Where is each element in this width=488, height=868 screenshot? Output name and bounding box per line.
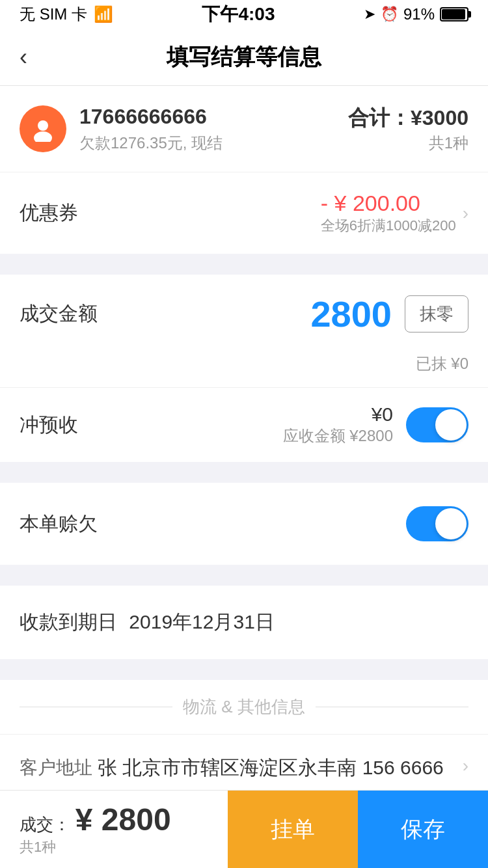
- status-right: ➤ ⏰ 91%: [364, 5, 468, 23]
- prepay-label: 冲预收: [20, 412, 78, 439]
- back-button[interactable]: ‹: [20, 44, 59, 71]
- coupon-desc: 全场6折满1000减200: [321, 216, 456, 236]
- debt-toggle[interactable]: [406, 506, 468, 541]
- total-count: 共1种: [348, 133, 468, 154]
- due-date-section: 收款到期日 2019年12月31日: [0, 586, 488, 659]
- avatar: [20, 105, 66, 152]
- amount-section: 成交金额 2800 抹零 已抹 ¥0 冲预收 ¥0 应收金额 ¥2800: [0, 275, 488, 462]
- round-button[interactable]: 抹零: [405, 295, 468, 332]
- nav-bar: ‹ 填写结算等信息: [0, 29, 488, 86]
- chevron-right-icon: ›: [463, 203, 468, 224]
- user-info-section: 17666666666 欠款1276.35元, 现结 合计：¥3000 共1种 …: [0, 86, 488, 254]
- amount-sub: 已抹 ¥0: [0, 353, 488, 387]
- divider-4: [0, 670, 488, 680]
- prepay-receivable: 应收金额 ¥2800: [283, 426, 393, 446]
- coupon-discount: - ¥ 200.00: [321, 191, 456, 216]
- logistics-label: 物流 & 其他信息: [183, 696, 305, 718]
- svg-point-0: [38, 120, 48, 131]
- logistics-divider: 物流 & 其他信息: [0, 680, 488, 734]
- carrier-text: 无 SIM 卡: [20, 4, 87, 25]
- status-left: 无 SIM 卡 📶: [20, 4, 113, 25]
- prepay-right: ¥0 应收金额 ¥2800: [283, 403, 468, 446]
- divider-3: [0, 575, 488, 586]
- page-title: 填写结算等信息: [167, 42, 321, 72]
- bottom-left: 成交： ¥ 2800 共1种: [0, 802, 228, 857]
- bottom-buttons: 挂单 保存: [228, 791, 488, 868]
- prepay-amount: ¥0: [283, 403, 393, 426]
- bottom-deal-row: 成交： ¥ 2800: [20, 802, 208, 837]
- prepay-row: 冲预收 ¥0 应收金额 ¥2800: [0, 387, 488, 462]
- prepay-value-block: ¥0 应收金额 ¥2800: [283, 403, 393, 446]
- coupon-row[interactable]: 优惠券 - ¥ 200.00 全场6折满1000减200 ›: [0, 172, 488, 254]
- due-date-row: 收款到期日 2019年12月31日: [0, 586, 488, 659]
- total-amount: 合计：¥3000: [348, 104, 468, 133]
- address-chevron-icon: ›: [463, 753, 468, 776]
- address-label: 客户地址: [20, 753, 98, 780]
- user-info-row: 17666666666 欠款1276.35元, 现结 合计：¥3000 共1种: [0, 86, 488, 172]
- user-phone: 17666666666: [79, 105, 223, 129]
- coupon-right: - ¥ 200.00 全场6折满1000减200 ›: [321, 191, 468, 236]
- amount-right: 2800 抹零: [310, 293, 468, 335]
- save-button[interactable]: 保存: [358, 791, 488, 868]
- prepay-toggle[interactable]: [406, 407, 468, 442]
- battery-icon: [440, 7, 468, 21]
- coupon-label: 优惠券: [20, 200, 78, 226]
- divider-1: [0, 264, 488, 275]
- amount-row: 成交金额 2800 抹零: [0, 275, 488, 353]
- amount-label: 成交金额: [20, 301, 98, 327]
- bottom-bar: 成交： ¥ 2800 共1种 挂单 保存: [0, 790, 488, 868]
- due-date-label: 收款到期日: [20, 611, 117, 632]
- user-details: 17666666666 欠款1276.35元, 现结: [79, 105, 223, 154]
- divider-2: [0, 472, 488, 483]
- battery-percent: 91%: [403, 5, 435, 23]
- svg-point-1: [34, 131, 52, 142]
- debt-row: 本单赊欠: [0, 483, 488, 565]
- due-date-value: 2019年12月31日: [129, 611, 274, 632]
- alarm-icon: ⏰: [381, 6, 398, 23]
- hang-button[interactable]: 挂单: [228, 791, 358, 868]
- amount-value: 2800: [310, 293, 392, 335]
- debt-label: 本单赊欠: [20, 511, 98, 537]
- bottom-deal-label: 成交：: [20, 815, 70, 834]
- wifi-icon: 📶: [94, 5, 113, 23]
- location-icon: ➤: [364, 6, 375, 23]
- bottom-deal-amount: ¥ 2800: [75, 802, 171, 837]
- debt-section: 本单赊欠: [0, 483, 488, 565]
- toggle-knob: [435, 409, 467, 441]
- bottom-deal-count: 共1种: [20, 837, 208, 857]
- user-left: 17666666666 欠款1276.35元, 现结: [20, 105, 223, 154]
- status-bar: 无 SIM 卡 📶 下午4:03 ➤ ⏰ 91%: [0, 0, 488, 29]
- debt-toggle-knob: [435, 508, 467, 539]
- user-subtext: 欠款1276.35元, 现结: [79, 133, 223, 154]
- user-total: 合计：¥3000 共1种: [348, 104, 468, 154]
- status-time: 下午4:03: [202, 2, 275, 27]
